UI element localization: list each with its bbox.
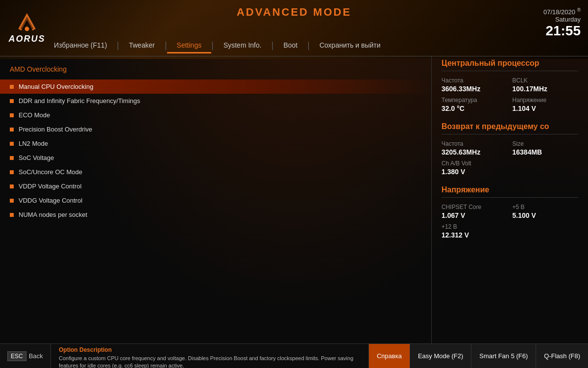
aorus-logo-icon <box>15 12 39 32</box>
bullet-icon <box>10 99 14 103</box>
bottom-bar: ESC Back Option Description Configure a … <box>0 343 588 368</box>
menu-item-label: SoC/Uncore OC Mode <box>19 168 82 176</box>
bullet-icon <box>10 184 14 188</box>
memory-section-title: Возврат к предыдущему со <box>441 122 578 134</box>
smart-fan-button[interactable]: Smart Fan 5 (F6) <box>471 344 536 368</box>
desc-text: Configure a custom CPU core frequency an… <box>59 355 359 368</box>
menu-item-label: Manual CPU Overclocking <box>19 83 93 90</box>
voltage-section: Напряжение CHIPSET Core 1.067 V +5 В 5.1… <box>441 185 578 239</box>
bullet-icon <box>10 113 14 117</box>
easy-mode-button[interactable]: Easy Mode (F2) <box>410 344 471 368</box>
description-area: Option Description Configure a custom CP… <box>0 343 368 368</box>
cpu-temp-label: Температура <box>441 97 508 104</box>
cpu-voltage-group: Напряжение 1.104 V <box>513 97 579 112</box>
plus12v-label: +12 В <box>441 223 578 230</box>
date-display: 07/18/2020 ® <box>543 7 581 16</box>
bullet-icon <box>10 156 14 160</box>
tab-tweaker[interactable]: Tweaker <box>119 37 165 53</box>
menu-item-soc-uncore[interactable]: SoC/Uncore OC Mode <box>0 165 431 179</box>
esc-key: ESC <box>7 351 26 361</box>
mem-size-label: Size <box>513 140 579 147</box>
mem-size-value: 16384MB <box>513 148 579 156</box>
menu-item-label: VDDP Voltage Control <box>19 183 81 190</box>
bullet-icon <box>10 128 14 131</box>
nav-tabs: Избранное (F11) | Tweaker | Settings | S… <box>0 34 588 56</box>
mem-volt-value: 1.380 V <box>441 168 578 176</box>
mem-freq-value: 3205.63MHz <box>441 148 508 156</box>
mem-volt-label: Ch A/B Volt <box>441 160 578 167</box>
menu-item-ddr[interactable]: DDR and Infinity Fabric Frequency/Timing… <box>0 94 431 108</box>
menu-item-eco[interactable]: ECO Mode <box>0 108 431 122</box>
tab-sysinfo[interactable]: System Info. <box>214 37 271 53</box>
memory-section: Возврат к предыдущему со Частота 3205.63… <box>441 122 578 176</box>
cpu-freq-value: 3606.33MHz <box>441 85 508 93</box>
menu-item-vddp[interactable]: VDDP Voltage Control <box>0 179 431 193</box>
bullet-icon <box>10 170 14 174</box>
cpu-freq-label: Частота <box>441 77 508 84</box>
plus5v-value: 5.100 V <box>513 211 579 219</box>
svg-point-2 <box>25 26 29 31</box>
menu-item-vddg[interactable]: VDDG Voltage Control <box>0 193 431 208</box>
date-value: 07/18/2020 <box>543 8 575 16</box>
cpu-temp-group: Температура 32.0 °C <box>441 97 508 112</box>
menu-item-precision[interactable]: Precision Boost Overdrive <box>0 122 431 136</box>
menu-item-soc-volt[interactable]: SoC Voltage <box>0 151 431 165</box>
bullet-icon <box>10 199 14 203</box>
voltage-section-title: Напряжение <box>441 185 578 198</box>
page-title: ADVANCED MODE <box>237 6 351 19</box>
plus5v-label: +5 В <box>513 204 579 210</box>
chipset-label: CHIPSET Core <box>441 204 508 210</box>
registered-symbol: ® <box>577 7 581 13</box>
menu-item-label: SoC Voltage <box>19 154 54 161</box>
header: AORUS ADVANCED MODE 07/18/2020 ® Saturda… <box>0 0 588 56</box>
mem-size-group: Size 16384MB <box>513 140 579 156</box>
cpu-bclk-label: BCLK <box>513 77 579 84</box>
desc-title: Option Description <box>59 346 359 353</box>
menu-item-numa[interactable]: NUMA nodes per socket <box>0 208 431 222</box>
plus12v-value: 12.312 V <box>441 231 578 239</box>
tab-save[interactable]: Сохранить и выйти <box>310 37 391 53</box>
tab-settings[interactable]: Settings <box>167 37 212 53</box>
tab-boot[interactable]: Boot <box>273 37 307 53</box>
main-content: AMD Overclocking Manual CPU Overclocking… <box>0 56 588 343</box>
help-button[interactable]: Справка <box>368 344 410 368</box>
menu-item-ln2[interactable]: LN2 Mode <box>0 136 431 151</box>
menu-item-label: ECO Mode <box>19 111 50 119</box>
menu-item-label: DDR and Infinity Fabric Frequency/Timing… <box>19 97 140 105</box>
plus5v-group: +5 В 5.100 V <box>513 204 579 219</box>
page-title-area: ADVANCED MODE <box>237 6 351 19</box>
plus12v-group: +12 В 12.312 V <box>441 223 578 239</box>
cpu-voltage-value: 1.104 V <box>513 105 579 112</box>
mem-freq-label: Частота <box>441 140 508 147</box>
cpu-bclk-group: BCLK 100.17MHz <box>513 77 579 93</box>
esc-back-area[interactable]: ESC Back <box>0 343 51 368</box>
mem-volt-group: Ch A/B Volt 1.380 V <box>441 160 578 176</box>
menu-item-label: VDDG Voltage Control <box>19 197 82 204</box>
cpu-freq-group: Частота 3606.33MHz <box>441 77 508 93</box>
back-label: Back <box>29 352 43 360</box>
cpu-temp-value: 32.0 °C <box>441 105 508 112</box>
menu-item-manual-cpu[interactable]: Manual CPU Overclocking <box>0 79 431 94</box>
chipset-group: CHIPSET Core 1.067 V <box>441 204 508 219</box>
menu-item-label: NUMA nodes per socket <box>19 211 87 218</box>
mem-freq-group: Частота 3205.63MHz <box>441 140 508 156</box>
qflash-button[interactable]: Q-Flash (F8) <box>536 344 588 368</box>
bottom-buttons: Справка Easy Mode (F2) Smart Fan 5 (F6) … <box>368 343 588 368</box>
cpu-voltage-label: Напряжение <box>513 97 579 104</box>
cpu-section-title: Центральный процессор <box>441 59 578 71</box>
bullet-icon <box>10 85 14 89</box>
chipset-value: 1.067 V <box>441 211 508 219</box>
cpu-bclk-value: 100.17MHz <box>513 85 579 93</box>
tab-favorites[interactable]: Избранное (F11) <box>44 37 117 53</box>
menu-list: Manual CPU Overclocking DDR and Infinity… <box>0 79 431 222</box>
day-display: Saturday <box>543 16 581 23</box>
right-panel: Центральный процессор Частота 3606.33MHz… <box>431 56 588 343</box>
bullet-icon <box>10 213 14 217</box>
menu-item-label: Precision Boost Overdrive <box>19 126 92 133</box>
section-title: AMD Overclocking <box>0 61 431 77</box>
cpu-section: Центральный процессор Частота 3606.33MHz… <box>441 59 578 112</box>
bullet-icon <box>10 142 14 146</box>
menu-item-label: LN2 Mode <box>19 140 48 147</box>
left-panel: AMD Overclocking Manual CPU Overclocking… <box>0 56 431 343</box>
